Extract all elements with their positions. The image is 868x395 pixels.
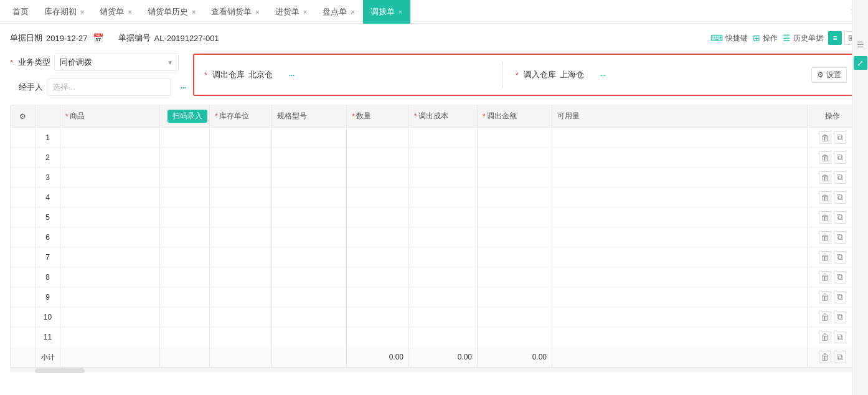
td-cost-11 (409, 327, 478, 347)
delete-icon[interactable]: 🗑 (819, 191, 831, 204)
close-icon[interactable]: × (128, 8, 131, 16)
tab-inventory-init[interactable]: 库存期初 × (37, 0, 92, 24)
shortcuts-button[interactable]: ⌨ 快捷键 (710, 33, 748, 44)
td-product-1[interactable] (60, 128, 160, 147)
tab-view-sales[interactable]: 查看销货单 × (204, 0, 267, 24)
gear-icon: ⚙ (817, 70, 824, 79)
td-avail-11 (552, 327, 808, 347)
table-row: 10 🗑 ⧉ (11, 307, 857, 327)
right-sidebar: ☰ ⤢ (852, 0, 868, 380)
delete-icon[interactable]: 🗑 (819, 331, 831, 343)
th-ops: 操作 (808, 105, 857, 127)
delete-icon[interactable]: 🗑 (819, 291, 831, 303)
copy-icon[interactable]: ⧉ (834, 191, 846, 204)
td-settings (11, 168, 35, 187)
copy-icon[interactable]: ⧉ (834, 231, 846, 244)
td-qty-2 (347, 148, 409, 167)
td-product-7[interactable] (60, 247, 160, 267)
business-type-select[interactable]: 同价调拨 ▼ (54, 54, 179, 71)
business-type-value: 同价调拨 (60, 57, 92, 68)
copy-icon[interactable]: ⧉ (834, 331, 846, 343)
close-icon[interactable]: × (351, 8, 354, 16)
td-scan-5 (160, 207, 210, 227)
td-scan-1 (160, 128, 210, 147)
layout-list-icon[interactable]: ≡ (828, 31, 842, 45)
tab-sales-order[interactable]: 销货单 × (92, 0, 139, 24)
in-warehouse-more-button[interactable]: ··· (600, 69, 605, 82)
operations-button[interactable]: ⊞ 操作 (753, 33, 778, 44)
sidebar-doc-icon[interactable]: ☰ (854, 37, 867, 51)
close-icon[interactable]: × (303, 8, 307, 16)
td-seq-5: 5 (35, 207, 60, 227)
td-seq-3: 3 (35, 168, 60, 187)
tab-home[interactable]: 首页 (5, 0, 37, 24)
th-spec: 规格型号 (272, 105, 347, 127)
copy-icon[interactable]: ⧉ (834, 291, 846, 303)
td-product-9[interactable] (60, 287, 160, 307)
tab-sales-history[interactable]: 销货单历史 × (140, 0, 204, 24)
td-qty-4 (347, 188, 409, 207)
tab-inventory-check[interactable]: 盘点单 × (315, 0, 362, 24)
copy-icon[interactable]: ⧉ (834, 131, 846, 144)
th-cost: 调出成本 (409, 105, 478, 127)
copy-icon[interactable]: ⧉ (834, 351, 846, 363)
delete-icon[interactable]: 🗑 (819, 251, 831, 264)
delete-icon[interactable]: 🗑 (819, 311, 831, 323)
td-product-11[interactable] (60, 327, 160, 347)
td-product-2[interactable] (60, 148, 160, 167)
delete-icon[interactable]: 🗑 (819, 231, 831, 244)
td-settings (11, 227, 35, 247)
delete-icon[interactable]: 🗑 (819, 151, 831, 164)
table-row: 7 🗑 ⧉ (11, 247, 857, 267)
td-product-6[interactable] (60, 227, 160, 247)
copy-icon[interactable]: ⧉ (834, 211, 846, 224)
delete-icon[interactable]: 🗑 (819, 211, 831, 224)
handler-placeholder: 选择... (52, 82, 75, 93)
close-icon[interactable]: × (255, 8, 259, 16)
th-settings[interactable]: ⚙ (11, 105, 35, 127)
required-star: * (516, 70, 519, 80)
history-button[interactable]: ☰ 历史单据 (783, 33, 823, 44)
td-product-4[interactable] (60, 188, 160, 207)
td-scan-9 (160, 287, 210, 307)
delete-icon[interactable]: 🗑 (819, 351, 831, 363)
scroll-thumb[interactable] (35, 368, 85, 373)
delete-icon[interactable]: 🗑 (819, 131, 831, 144)
tab-purchase-order[interactable]: 进货单 × (268, 0, 315, 24)
td-spec-10 (272, 307, 347, 326)
td-seq: 小计 (35, 347, 60, 367)
delete-icon[interactable]: 🗑 (819, 171, 831, 184)
out-warehouse-label: 调出仓库 (212, 69, 245, 80)
docno-label: 单据编号 (118, 32, 151, 44)
calendar-icon[interactable]: 📅 (93, 33, 103, 43)
copy-icon[interactable]: ⧉ (834, 271, 846, 283)
td-settings (11, 267, 35, 287)
handler-select[interactable]: 选择... (47, 79, 171, 96)
tab-transfer-order[interactable]: 调拨单 × (363, 0, 410, 24)
td-product-3[interactable] (60, 168, 160, 187)
td-qty-5 (347, 207, 409, 227)
td-product-5[interactable] (60, 207, 160, 227)
copy-icon[interactable]: ⧉ (834, 171, 846, 184)
required-star: * (204, 70, 207, 80)
scan-button[interactable]: 扫码录入 (167, 110, 207, 123)
td-spec (272, 347, 347, 367)
td-product-8[interactable] (60, 267, 160, 287)
horizontal-scrollbar[interactable] (10, 368, 858, 373)
out-warehouse-more-button[interactable]: ··· (288, 69, 294, 82)
table-row: 2 🗑 ⧉ (11, 148, 857, 168)
copy-icon[interactable]: ⧉ (834, 311, 846, 323)
sidebar-expand-icon[interactable]: ⤢ (854, 56, 867, 70)
delete-icon[interactable]: 🗑 (819, 271, 831, 283)
th-amount: 调出金额 (478, 105, 552, 127)
td-ops-3: 🗑 ⧉ (808, 168, 857, 187)
td-ops-7: 🗑 ⧉ (808, 247, 857, 267)
copy-icon[interactable]: ⧉ (834, 151, 846, 164)
handler-more-button[interactable]: ··· (180, 81, 186, 94)
settings-button[interactable]: ⚙ 设置 (811, 67, 847, 83)
close-icon[interactable]: × (192, 8, 196, 16)
copy-icon[interactable]: ⧉ (834, 251, 846, 264)
td-product-10[interactable] (60, 307, 160, 326)
close-icon[interactable]: × (80, 8, 84, 16)
close-icon[interactable]: × (399, 8, 402, 16)
